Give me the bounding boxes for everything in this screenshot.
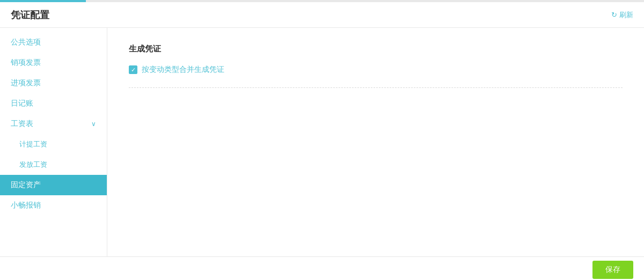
sidebar-item-payroll[interactable]: 工资表 ∨ (0, 114, 107, 134)
sidebar: 公共选项 销项发票 进项发票 日记账 工资表 ∨ 计提工资 发放工资 固定资产 … (0, 28, 107, 256)
sidebar-item-payroll-distribute[interactable]: 发放工资 (0, 154, 107, 175)
sidebar-item-purchase-invoice[interactable]: 进项发票 (0, 73, 107, 93)
refresh-button[interactable]: ↻ 刷新 (611, 10, 633, 20)
checkbox-row: 按变动类型合并生成凭证 (129, 65, 623, 75)
top-tab-bar (0, 0, 644, 2)
sidebar-item-expense[interactable]: 小畅报销 (0, 195, 107, 216)
save-button[interactable]: 保存 (592, 261, 633, 279)
sidebar-item-label: 进项发票 (11, 78, 41, 88)
page-footer: 保存 (0, 256, 644, 280)
sidebar-item-sales-invoice[interactable]: 销项发票 (0, 53, 107, 73)
sidebar-item-journal[interactable]: 日记账 (0, 93, 107, 114)
chevron-down-icon: ∨ (91, 120, 96, 128)
sidebar-item-public[interactable]: 公共选项 (0, 32, 107, 53)
refresh-label: 刷新 (619, 10, 633, 20)
merge-checkbox[interactable] (129, 65, 137, 74)
merge-checkbox-label: 按变动类型合并生成凭证 (142, 65, 224, 75)
sidebar-item-label: 销项发票 (11, 58, 41, 68)
top-tab-bar-active (0, 0, 86, 2)
sidebar-item-payroll-accrual[interactable]: 计提工资 (0, 134, 107, 154)
sidebar-item-label: 发放工资 (19, 160, 47, 170)
page-title: 凭证配置 (11, 9, 49, 21)
page-header: 凭证配置 ↻ 刷新 (0, 2, 644, 28)
main-layout: 公共选项 销项发票 进项发票 日记账 工资表 ∨ 计提工资 发放工资 固定资产 … (0, 28, 644, 256)
sidebar-item-label: 日记账 (11, 99, 33, 108)
sidebar-item-label: 固定资产 (11, 180, 41, 190)
main-content: 生成凭证 按变动类型合并生成凭证 (107, 28, 644, 256)
sidebar-item-fixed-assets[interactable]: 固定资产 (0, 175, 107, 195)
sidebar-item-label: 小畅报销 (11, 201, 41, 210)
sidebar-item-label: 工资表 (11, 119, 33, 129)
section-title: 生成凭证 (129, 44, 623, 54)
refresh-icon: ↻ (611, 11, 617, 19)
section-divider (129, 87, 623, 88)
sidebar-item-label: 计提工资 (19, 139, 47, 149)
sidebar-item-label: 公共选项 (11, 38, 41, 47)
